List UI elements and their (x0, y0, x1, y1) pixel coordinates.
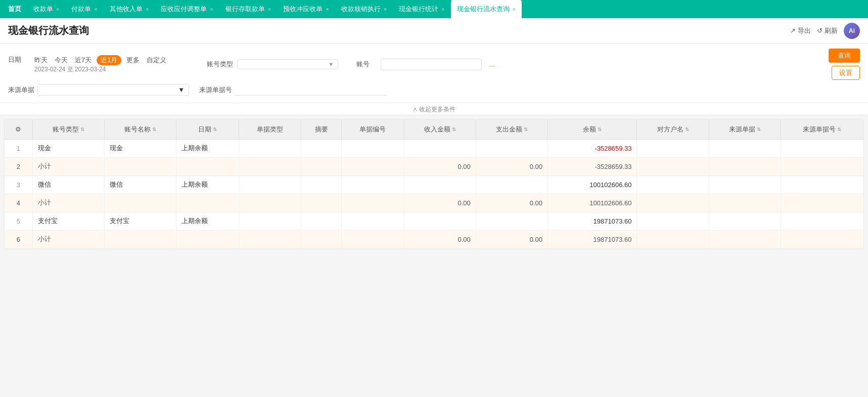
th-settings: ⚙ (5, 120, 32, 139)
sort-icon-expense: ⇅ (524, 126, 528, 132)
nav-tab-收款核销执行[interactable]: 收款核销执行× (335, 0, 393, 18)
close-tab-icon[interactable]: × (326, 0, 329, 18)
ai-assistant-button[interactable]: Ai (844, 23, 860, 39)
nav-tab-现金银行流水查询[interactable]: 现金银行流水查询× (451, 0, 522, 18)
nav-tab-其他收入单[interactable]: 其他收入单× (104, 0, 155, 18)
sort-icon-income: ⇅ (452, 126, 456, 132)
filter-actions: 查询 设置 (829, 49, 860, 80)
th-account_name[interactable]: 账号名称⇅ (104, 120, 176, 139)
account-type-select[interactable]: ▼ (237, 59, 338, 69)
sort-icon-counterparty: ⇅ (685, 126, 689, 132)
top-navigation: 首页 收款单×付款单×其他收入单×应收应付调整单×银行存取款单×预收冲应收单×收… (0, 0, 868, 18)
account-type-chevron-icon: ▼ (329, 61, 334, 67)
date-shortcut-更多[interactable]: 更多 (124, 55, 142, 65)
export-icon: ↗ (790, 27, 796, 34)
nav-tab-收款单[interactable]: 收款单× (27, 0, 65, 18)
close-tab-icon[interactable]: × (210, 0, 213, 18)
close-tab-icon[interactable]: × (441, 0, 444, 18)
date-filter-label: 日期 (8, 55, 28, 64)
cash-bank-table: ⚙账号类型⇅账号名称⇅日期⇅单据类型摘要单据编号收入金额⇅支出金额⇅余额⇅对方户… (5, 120, 863, 249)
source-doc-number-filter: 来源单据号 (199, 84, 387, 96)
collapse-conditions-bar[interactable]: ∧ 收起更多条件 (0, 103, 868, 115)
date-shortcuts: 昨天今天近7天近1月更多自定义 (32, 55, 168, 65)
close-tab-icon[interactable]: × (94, 0, 97, 18)
th-balance[interactable]: 余额⇅ (548, 120, 637, 139)
filter-row-2: 来源单据 ▼ 来源单据号 (8, 84, 860, 98)
th-counterparty[interactable]: 对方户名⇅ (637, 120, 709, 139)
header-actions: ↗ 导出 ↺ 刷新 Ai (790, 23, 860, 39)
table-row: 5支付宝支付宝上期余额19871073.60 (5, 212, 863, 230)
sort-icon-balance: ⇅ (598, 126, 602, 132)
page-header: 现金银行流水查询 ↗ 导出 ↺ 刷新 Ai (0, 18, 868, 43)
table-row: 6小计0.000.0019871073.60 (5, 230, 863, 248)
account-label: 账号 (356, 60, 377, 69)
sort-icon-account_type: ⇅ (80, 126, 84, 132)
th-income[interactable]: 收入金额⇅ (404, 120, 476, 139)
table-row: 1现金现金上期余额-3528659.33 (5, 139, 863, 157)
nav-tab-付款单[interactable]: 付款单× (65, 0, 103, 18)
date-range-display: 2023-02-24 至 2023-03-24 (34, 65, 168, 74)
date-shortcut-自定义[interactable]: 自定义 (145, 55, 168, 65)
sort-icon-date: ⇅ (213, 126, 217, 132)
refresh-button[interactable]: ↺ 刷新 (817, 26, 838, 35)
nav-tab-应收应付调整单[interactable]: 应收应付调整单× (155, 0, 219, 18)
account-type-label: 账号类型 (207, 60, 233, 69)
source-doc-chevron-icon: ▼ (178, 86, 185, 94)
nav-tab-银行存取款单[interactable]: 银行存取款单× (219, 0, 277, 18)
close-tab-icon[interactable]: × (56, 0, 59, 18)
sort-icon-source_doc_num: ⇅ (837, 126, 841, 132)
th-account_type[interactable]: 账号类型⇅ (32, 120, 104, 139)
th-doc_type: 单据类型 (239, 120, 301, 139)
close-tab-icon[interactable]: × (384, 0, 387, 18)
date-shortcut-近1月[interactable]: 近1月 (97, 55, 121, 65)
th-date[interactable]: 日期⇅ (176, 120, 239, 139)
source-doc-number-label: 来源单据号 (199, 85, 232, 95)
filter-row-1: 日期 昨天今天近7天近1月更多自定义 2023-02-24 至 2023-03-… (8, 49, 860, 80)
source-doc-number-input[interactable] (235, 84, 387, 96)
account-input[interactable] (381, 59, 482, 70)
close-tab-icon[interactable]: × (268, 0, 271, 18)
source-doc-filter: 来源单据 ▼ (8, 84, 189, 96)
account-more-button[interactable]: ... (486, 59, 498, 69)
table-row: 4小计0.000.00100102606.60 (5, 194, 863, 212)
source-doc-select[interactable]: ▼ (37, 84, 189, 96)
query-button[interactable]: 查询 (829, 49, 860, 63)
nav-tab-预收冲应收单[interactable]: 预收冲应收单× (277, 0, 335, 18)
th-doc_number: 单据编号 (341, 120, 404, 139)
close-tab-icon[interactable]: × (146, 0, 149, 18)
data-table-container: ⚙账号类型⇅账号名称⇅日期⇅单据类型摘要单据编号收入金额⇅支出金额⇅余额⇅对方户… (4, 119, 864, 249)
source-doc-label: 来源单据 (8, 85, 34, 95)
th-summary: 摘要 (301, 120, 342, 139)
date-shortcut-近7天[interactable]: 近7天 (73, 55, 94, 65)
nav-tab-现金银行统计[interactable]: 现金银行统计× (393, 0, 450, 18)
sort-icon-source_doc: ⇅ (757, 126, 761, 132)
sort-icon-account_name: ⇅ (152, 126, 156, 132)
date-shortcut-昨天[interactable]: 昨天 (32, 55, 50, 65)
th-source_doc[interactable]: 来源单据⇅ (709, 120, 781, 139)
filter-area: 日期 昨天今天近7天近1月更多自定义 2023-02-24 至 2023-03-… (0, 43, 868, 103)
close-tab-icon[interactable]: × (513, 0, 516, 18)
table-row: 2小计0.000.00-3528659.33 (5, 157, 863, 175)
date-shortcut-今天[interactable]: 今天 (53, 55, 70, 65)
nav-home[interactable]: 首页 (2, 0, 27, 18)
refresh-icon: ↺ (817, 27, 823, 34)
th-expense[interactable]: 支出金额⇅ (476, 120, 547, 139)
export-button[interactable]: ↗ 导出 (790, 26, 811, 35)
th-source_doc_num[interactable]: 来源单据号⇅ (781, 120, 863, 139)
page-title: 现金银行流水查询 (8, 24, 89, 37)
settings-button[interactable]: 设置 (832, 66, 860, 80)
table-row: 3微信微信上期余额100102606.60 (5, 175, 863, 194)
